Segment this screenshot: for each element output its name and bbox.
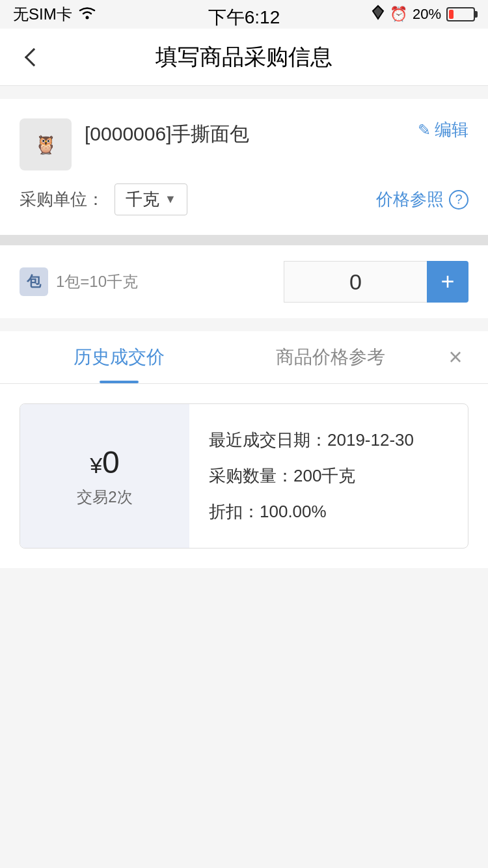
nav-bar: 填写商品采购信息 bbox=[0, 29, 488, 86]
battery-fill bbox=[449, 10, 454, 19]
product-full-name: [0000006]手撕面包 bbox=[85, 118, 249, 148]
tab-history-price-label: 历史成交价 bbox=[74, 345, 165, 370]
product-header: 🦉 [0000006]手撕面包 ✎ 编辑 bbox=[20, 118, 468, 170]
quantity-input[interactable]: 0 bbox=[284, 261, 427, 303]
price-ref-label: 价格参照 bbox=[376, 188, 444, 211]
history-content: ¥0 交易2次 最近成交日期：2019-12-30 采购数量：200千克 折扣：… bbox=[0, 384, 488, 568]
quantity-unit-info: 包 1包=10千克 bbox=[20, 267, 138, 296]
battery-icon-container bbox=[446, 7, 475, 21]
history-detail-column: 最近成交日期：2019-12-30 采购数量：200千克 折扣：100.00% bbox=[189, 404, 468, 548]
discount-value: 100.00% bbox=[260, 502, 327, 521]
back-arrow-icon bbox=[25, 47, 43, 66]
unit-icon-text: 包 bbox=[27, 272, 41, 292]
tab-price-reference[interactable]: 商品价格参考 bbox=[224, 331, 436, 383]
product-logo-icon: 🦉 bbox=[34, 134, 57, 156]
status-bar: 无SIM卡 下午6:12 ⏰ 20% bbox=[0, 0, 488, 29]
currency-symbol: ¥ bbox=[90, 453, 102, 478]
dropdown-arrow-icon: ▼ bbox=[165, 193, 176, 206]
battery-text: 20% bbox=[413, 6, 441, 23]
tab-price-reference-label: 商品价格参考 bbox=[276, 345, 385, 370]
purchase-unit-left: 采购单位： 千克 ▼ bbox=[20, 183, 187, 215]
unit-icon: 包 bbox=[20, 267, 48, 296]
quantity-input-area: 0 + bbox=[284, 261, 468, 303]
edit-label: 编辑 bbox=[435, 118, 468, 141]
plus-icon: + bbox=[441, 268, 454, 295]
recent-date-row: 最近成交日期：2019-12-30 bbox=[209, 427, 448, 453]
recent-date-label: 最近成交日期： bbox=[209, 430, 327, 450]
history-price-column: ¥0 交易2次 bbox=[20, 404, 189, 548]
discount-label: 折扣： bbox=[209, 502, 260, 521]
tab-history-price[interactable]: 历史成交价 bbox=[13, 331, 224, 383]
status-right: ⏰ 20% bbox=[372, 5, 475, 24]
price-amount: 0 bbox=[102, 445, 120, 480]
history-price-display: ¥0 bbox=[90, 444, 120, 480]
quantity-row: 包 1包=10千克 0 + bbox=[0, 245, 488, 318]
purchase-qty-value: 200千克 bbox=[293, 466, 355, 485]
trade-count: 交易2次 bbox=[77, 487, 132, 508]
discount-row: 折扣：100.00% bbox=[209, 499, 448, 524]
purchase-unit-row: 采购单位： 千克 ▼ 价格参照 ? bbox=[20, 183, 468, 215]
unit-value: 千克 bbox=[126, 188, 159, 211]
history-panel: 历史成交价 商品价格参考 × ¥0 交易2次 最近成交日期：2019-12-30… bbox=[0, 331, 488, 568]
help-icon: ? bbox=[449, 190, 468, 210]
status-left: 无SIM卡 bbox=[13, 4, 97, 25]
edit-icon: ✎ bbox=[418, 121, 431, 139]
battery-icon bbox=[446, 7, 475, 21]
panel-tabs: 历史成交价 商品价格参考 × bbox=[0, 331, 488, 384]
recent-date-value: 2019-12-30 bbox=[327, 430, 414, 450]
quantity-value: 0 bbox=[349, 269, 362, 295]
history-card: ¥0 交易2次 最近成交日期：2019-12-30 采购数量：200千克 折扣：… bbox=[20, 403, 468, 549]
location-icon bbox=[372, 5, 385, 24]
quantity-plus-button[interactable]: + bbox=[427, 261, 468, 303]
alarm-icon: ⏰ bbox=[390, 6, 407, 23]
close-icon: × bbox=[448, 344, 462, 371]
edit-button[interactable]: ✎ 编辑 bbox=[418, 118, 468, 141]
back-button[interactable] bbox=[20, 43, 48, 72]
page-footer bbox=[0, 568, 488, 868]
carrier-text: 无SIM卡 bbox=[13, 4, 72, 25]
section-divider bbox=[0, 235, 488, 245]
product-card: 🦉 [0000006]手撕面包 ✎ 编辑 采购单位： 千克 ▼ 价格参照 ? bbox=[0, 99, 488, 235]
svg-point-0 bbox=[85, 16, 88, 20]
unit-selector[interactable]: 千克 ▼ bbox=[115, 183, 187, 215]
purchase-qty-label: 采购数量： bbox=[209, 466, 293, 485]
product-info: 🦉 [0000006]手撕面包 bbox=[20, 118, 249, 170]
price-reference-button[interactable]: 价格参照 ? bbox=[376, 188, 468, 211]
purchase-qty-row: 采购数量：200千克 bbox=[209, 463, 448, 489]
status-time: 下午6:12 bbox=[208, 5, 280, 30]
panel-close-button[interactable]: × bbox=[436, 331, 475, 383]
wifi-icon bbox=[77, 5, 97, 23]
page-title: 填写商品采购信息 bbox=[156, 42, 332, 72]
purchase-unit-label: 采购单位： bbox=[20, 188, 104, 211]
product-logo: 🦉 bbox=[20, 118, 72, 170]
unit-conversion-text: 1包=10千克 bbox=[56, 271, 138, 292]
